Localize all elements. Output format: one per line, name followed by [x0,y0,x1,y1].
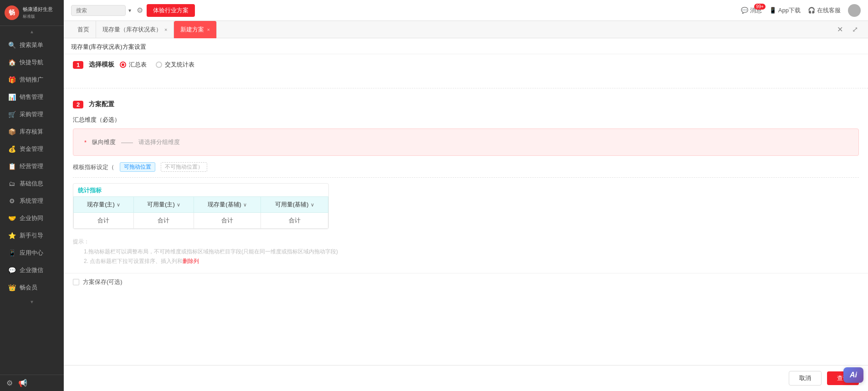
sidebar-item-finance[interactable]: 💰 资金管理 [0,140,64,158]
dimension-selector-area[interactable]: * 纵向维度 —— 请选择分组维度 [73,129,859,156]
sidebar-item-label-basic: 基础信息 [20,180,43,188]
th-stock-aux-label: 现存量(基辅) [208,201,241,209]
cell-0-0: 合计 [74,213,134,229]
sidebar-scroll-down[interactable]: ▼ [0,296,64,307]
sidebar-item-label-newbie: 新手引导 [20,232,43,240]
sidebar-item-wechat[interactable]: 💬 企业微信 [0,262,64,279]
money-icon: 💰 [8,145,16,153]
radio-summary-label: 汇总表 [129,61,147,69]
summary-dim-label: 汇总维度（必选） [73,116,859,124]
sidebar-scroll-up[interactable]: ▲ [0,26,64,36]
sidebar-item-shortcut[interactable]: 🏠 快捷导航 [0,54,64,71]
tip-2-highlight: 删除列 [183,258,199,264]
avatar-circle [848,4,861,17]
star-icon: ⭐ [8,232,16,240]
sidebar-item-inventory[interactable]: 📦 库存核算 [0,123,64,140]
logo-icon: 畅 [5,5,19,20]
sidebar-item-label-wechat: 企业微信 [20,266,43,274]
radio-summary[interactable]: 汇总表 [120,61,147,69]
movable-badge: 可拖动位置 [120,162,155,172]
settings-bottom-icon[interactable]: ⚙ [6,379,13,387]
message-button[interactable]: 💬 消息 99+ [741,6,762,15]
save-checkbox[interactable] [73,279,79,285]
tab-home-label: 首页 [77,26,89,34]
th-stock-main-label: 现存量(主) [87,201,115,209]
non-movable-badge: 不可拖动位置） [161,162,207,172]
th-available-aux[interactable]: 可用量(基辅) ∨ [261,197,328,213]
th-stock-main-chevron: ∨ [117,202,120,208]
sidebar-item-search[interactable]: 🔍 搜索菜单 [0,36,64,54]
th-available-main-label: 可用量(主) [147,201,175,209]
radio-summary-dot [120,62,126,68]
radio-cross-dot [156,62,162,68]
sidebar-item-label-purchase: 采购管理 [20,110,43,118]
topbar-left: ▾ ⚙ 体验行业方案 [71,4,735,17]
tips-area: 提示： 1.拖动标题栏可以调整布局，不可跨维度或指标区域拖动栏目字段(只能在同一… [73,237,859,267]
user-avatar[interactable] [848,4,861,17]
tab-home[interactable]: 首页 [71,21,96,38]
headset-icon: 🎧 [808,7,815,14]
sidebar-item-purchase[interactable]: 🛒 采购管理 [0,106,64,123]
th-stock-main[interactable]: 现存量(主) ∨ [74,197,134,213]
th-available-aux-label: 可用量(基辅) [275,201,309,209]
step1-section: 1 选择模板 汇总表 交叉统计表 [64,54,868,82]
sidebar-item-system[interactable]: ⚙ 系统管理 [0,192,64,210]
tab-inventory-status[interactable]: 现存量（库存状况表） × [96,21,174,38]
online-service-label: 在线客服 [817,6,841,15]
tab-close-button[interactable]: ✕ [834,24,846,35]
gift-icon: 🎁 [8,76,16,84]
save-option-row: 方案保存(可选) [64,273,868,291]
dim-vertical-label: 纵向维度 [92,138,116,146]
crown-icon: 👑 [8,283,16,292]
sidebar-item-operation[interactable]: 📋 经营管理 [0,158,64,175]
chat-icon: 💬 [8,266,16,274]
sidebar-item-cooperation[interactable]: 🤝 企业协同 [0,210,64,227]
sidebar-item-marketing[interactable]: 🎁 营销推广 [0,71,64,88]
cart-icon: 🛒 [8,110,16,118]
sidebar: 畅 畅康通好生意 标准版 ▲ 🔍 搜索菜单 🏠 快捷导航 🎁 营销推广 📊 销售… [0,0,64,391]
online-service-button[interactable]: 🎧 在线客服 [808,6,841,15]
indicator-settings-row: 模板指标设定（ 可拖动位置 不可拖动位置） [73,162,859,172]
sidebar-item-label-search: 搜索菜单 [20,41,43,49]
folder-icon: 🗂 [8,180,16,188]
indicator-settings-label: 模板指标设定（ [73,163,114,171]
sidebar-bottom: ⚙ 📢 [0,375,64,391]
topbar: ▾ ⚙ 体验行业方案 💬 消息 99+ 📱 App下载 🎧 在线客服 [64,0,868,21]
sidebar-item-label-marketing: 营销推广 [20,76,43,84]
sidebar-item-sales[interactable]: 📊 销售管理 [0,88,64,106]
th-stock-aux-chevron: ∨ [243,202,247,208]
table-row: 合计 合计 合计 合计 [74,213,328,229]
sidebar-item-newbie[interactable]: ⭐ 新手引导 [0,227,64,244]
box-icon: 📦 [8,128,16,136]
th-stock-aux[interactable]: 现存量(基辅) ∨ [194,197,261,213]
step1-row: 1 选择模板 汇总表 交叉统计表 [73,61,859,69]
tab-new-scheme[interactable]: 新建方案 × [174,21,216,38]
tab-bar-controls: ✕ ⤢ [834,24,861,35]
sidebar-item-label-system: 系统管理 [20,197,43,205]
app-download-button[interactable]: 📱 App下载 [769,6,801,15]
main-wrapper: ▾ ⚙ 体验行业方案 💬 消息 99+ 📱 App下载 🎧 在线客服 [64,0,868,391]
topbar-search-input[interactable] [71,5,126,16]
tip-2: 2. 点击标题栏下拉可设置排序、插入列和删除列 [73,257,859,267]
radio-cross[interactable]: 交叉统计表 [156,61,194,69]
tab-new-scheme-close[interactable]: × [207,27,209,32]
sidebar-logo: 畅 畅康通好生意 标准版 [0,0,64,26]
sidebar-item-basic[interactable]: 🗂 基础信息 [0,175,64,192]
ai-badge[interactable]: Ai [843,367,863,383]
home-icon: 🏠 [8,58,16,67]
topbar-dropdown-icon[interactable]: ▾ [128,7,131,14]
tab-inventory-label: 现存量（库存状况表） [102,26,162,34]
tab-inventory-close[interactable]: × [164,27,167,32]
topbar-settings-icon[interactable]: ⚙ [137,6,143,15]
handshake-icon: 🤝 [8,214,16,222]
cancel-button[interactable]: 取消 [789,371,822,386]
step1-title: 选择模板 [89,61,114,69]
experience-button[interactable]: 体验行业方案 [147,4,195,17]
sidebar-item-label-inventory: 库存核算 [20,128,43,136]
sidebar-item-member[interactable]: 👑 畅会员 [0,279,64,296]
th-available-main[interactable]: 可用量(主) ∨ [133,197,194,213]
sidebar-item-appstore[interactable]: 📱 应用中心 [0,244,64,262]
sound-icon[interactable]: 📢 [18,379,27,387]
tab-expand-button[interactable]: ⤢ [849,24,861,35]
step2-badge: 2 [73,101,83,108]
